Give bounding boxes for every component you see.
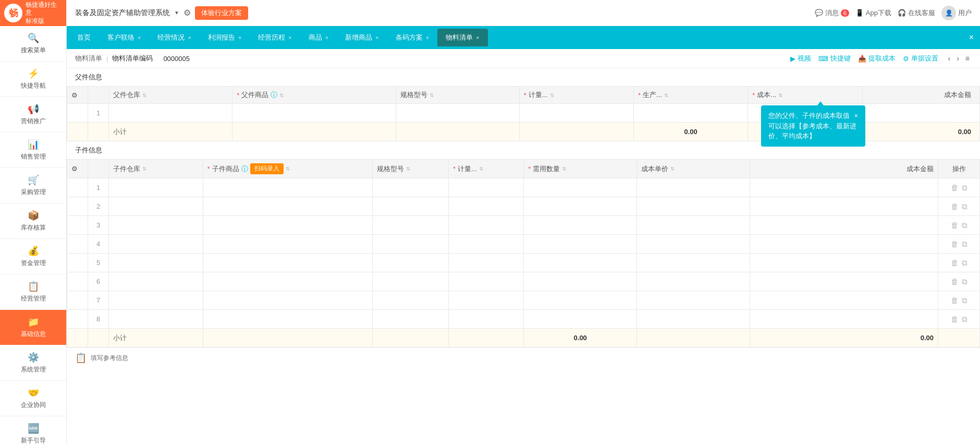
copy-icon-2[interactable]: ⧉: [962, 202, 967, 211]
nav-tab-close-3[interactable]: ×: [238, 34, 241, 41]
sidebar-item-4[interactable]: 🛒采购管理: [0, 168, 66, 203]
next-btn[interactable]: ›: [954, 53, 961, 64]
child-spec-4[interactable]: [372, 235, 448, 254]
nav-tab-close-2[interactable]: ×: [188, 34, 191, 41]
product-info-icon[interactable]: ⓘ: [271, 90, 277, 100]
child-unit-cost-3[interactable]: [637, 216, 750, 235]
child-warehouse-8[interactable]: [109, 310, 203, 329]
sidebar-item-1[interactable]: ⚡快捷导航: [0, 62, 66, 97]
cost-sort-icon[interactable]: ⇅: [778, 92, 782, 98]
parent-row-1-unit[interactable]: [519, 104, 633, 123]
breadcrumb-item-1[interactable]: 物料清单: [75, 54, 102, 63]
nav-tab-close-7[interactable]: ×: [426, 34, 429, 41]
copy-icon-4[interactable]: ⧉: [962, 239, 967, 249]
child-warehouse-5[interactable]: [109, 254, 203, 272]
copy-icon-7[interactable]: ⧉: [962, 296, 967, 305]
child-qty-5[interactable]: [524, 254, 637, 272]
tooltip-close[interactable]: ×: [854, 111, 858, 121]
unit-sort-icon[interactable]: ⇅: [550, 92, 554, 98]
message-action[interactable]: 💬 消息 6: [815, 8, 849, 18]
child-product-5[interactable]: [203, 254, 372, 272]
child-product-8[interactable]: [203, 310, 372, 329]
child-warehouse-3[interactable]: [109, 216, 203, 235]
sidebar-item-3[interactable]: 📊销售管理: [0, 133, 66, 168]
close-all-tabs-btn[interactable]: ×: [965, 31, 978, 44]
child-spec-6[interactable]: [372, 272, 448, 291]
child-warehouse-7[interactable]: [109, 291, 203, 310]
prev-btn[interactable]: ‹: [946, 53, 952, 64]
nav-tab-close-1[interactable]: ×: [138, 34, 141, 41]
child-unit-8[interactable]: [448, 310, 523, 329]
copy-icon-8[interactable]: ⧉: [962, 315, 967, 324]
production-sort-icon[interactable]: ⇅: [664, 92, 668, 98]
child-spec-5[interactable]: [372, 254, 448, 272]
nav-tab-close-8[interactable]: ×: [476, 34, 479, 41]
child-unit-6[interactable]: [448, 272, 523, 291]
child-unit-4[interactable]: [448, 235, 523, 254]
sidebar-item-8[interactable]: 📁基础信息: [0, 310, 66, 345]
copy-icon-5[interactable]: ⧉: [962, 258, 967, 268]
breadcrumb-item-2[interactable]: 物料清单编码: [112, 54, 153, 63]
delete-icon-8[interactable]: 🗑: [951, 315, 959, 324]
child-spec-1[interactable]: [372, 178, 448, 197]
parent-row-1-production[interactable]: [633, 104, 748, 123]
child-unit-sort[interactable]: ⇅: [479, 166, 483, 172]
delete-icon-4[interactable]: 🗑: [951, 239, 959, 249]
extract-cost-btn[interactable]: 📥 提取成本: [858, 54, 896, 63]
child-unit-cost-sort[interactable]: ⇅: [670, 166, 675, 172]
product-sort-icon[interactable]: ⇅: [279, 92, 284, 98]
nav-tab-3[interactable]: 利润报告×: [200, 29, 250, 46]
app-download-action[interactable]: 📱 App下载: [855, 8, 891, 18]
child-qty-7[interactable]: [524, 291, 637, 310]
child-product-2[interactable]: [203, 197, 372, 216]
child-unit-5[interactable]: [448, 254, 523, 272]
child-warehouse-sort[interactable]: ⇅: [142, 166, 146, 172]
menu-btn[interactable]: ≡: [963, 53, 972, 64]
child-qty-4[interactable]: [524, 235, 637, 254]
child-spec-2[interactable]: [372, 197, 448, 216]
child-warehouse-2[interactable]: [109, 197, 203, 216]
nav-tab-close-5[interactable]: ×: [325, 34, 328, 41]
sidebar-item-6[interactable]: 💰资金管理: [0, 239, 66, 274]
single-settings-btn[interactable]: ⚙ 单据设置: [903, 54, 938, 63]
child-unit-2[interactable]: [448, 197, 523, 216]
sidebar-item-5[interactable]: 📦库存核算: [0, 203, 66, 239]
child-unit-cost-5[interactable]: [637, 254, 750, 272]
sidebar-item-11[interactable]: 🆕新手引导: [0, 416, 66, 444]
child-warehouse-1[interactable]: [109, 178, 203, 197]
sidebar-item-2[interactable]: 📢营销推广: [0, 97, 66, 133]
delete-icon-3[interactable]: 🗑: [951, 221, 959, 230]
nav-tab-4[interactable]: 经营历程×: [250, 29, 300, 46]
system-dropdown-arrow[interactable]: ▼: [174, 10, 179, 16]
child-unit-cost-4[interactable]: [637, 235, 750, 254]
child-product-4[interactable]: [203, 235, 372, 254]
copy-icon-3[interactable]: ⧉: [962, 221, 967, 230]
child-unit-cost-7[interactable]: [637, 291, 750, 310]
nav-tab-5[interactable]: 商品×: [300, 29, 337, 46]
nav-tab-1[interactable]: 客户联络×: [99, 29, 149, 46]
experience-btn[interactable]: 体验行业方案: [195, 6, 248, 20]
delete-icon-7[interactable]: 🗑: [951, 296, 959, 305]
child-unit-cost-6[interactable]: [637, 272, 750, 291]
sidebar-item-10[interactable]: 🤝企业协同: [0, 381, 66, 416]
nav-tab-7[interactable]: 条码方案×: [387, 29, 437, 46]
delete-icon-2[interactable]: 🗑: [951, 202, 959, 211]
child-qty-6[interactable]: [524, 272, 637, 291]
nav-tab-6[interactable]: 新增商品×: [337, 29, 387, 46]
child-warehouse-4[interactable]: [109, 235, 203, 254]
shortcut-btn[interactable]: ⌨ 快捷键: [818, 54, 851, 63]
child-product-sort[interactable]: ⇅: [286, 166, 290, 172]
sidebar-item-9[interactable]: ⚙️系统管理: [0, 345, 66, 381]
nav-tab-8[interactable]: 物料清单×: [437, 29, 487, 46]
parent-col-settings[interactable]: ⚙: [67, 87, 88, 104]
parent-row-1-spec[interactable]: [396, 104, 519, 123]
child-product-7[interactable]: [203, 291, 372, 310]
child-spec-sort[interactable]: ⇅: [406, 166, 410, 172]
view-video-btn[interactable]: ▶ 视频: [790, 54, 811, 63]
parent-row-1-product[interactable]: [232, 104, 396, 123]
child-qty-8[interactable]: [524, 310, 637, 329]
copy-icon-1[interactable]: ⧉: [962, 183, 967, 193]
child-product-info-icon[interactable]: ⓘ: [241, 164, 248, 174]
child-spec-8[interactable]: [372, 310, 448, 329]
child-warehouse-6[interactable]: [109, 272, 203, 291]
